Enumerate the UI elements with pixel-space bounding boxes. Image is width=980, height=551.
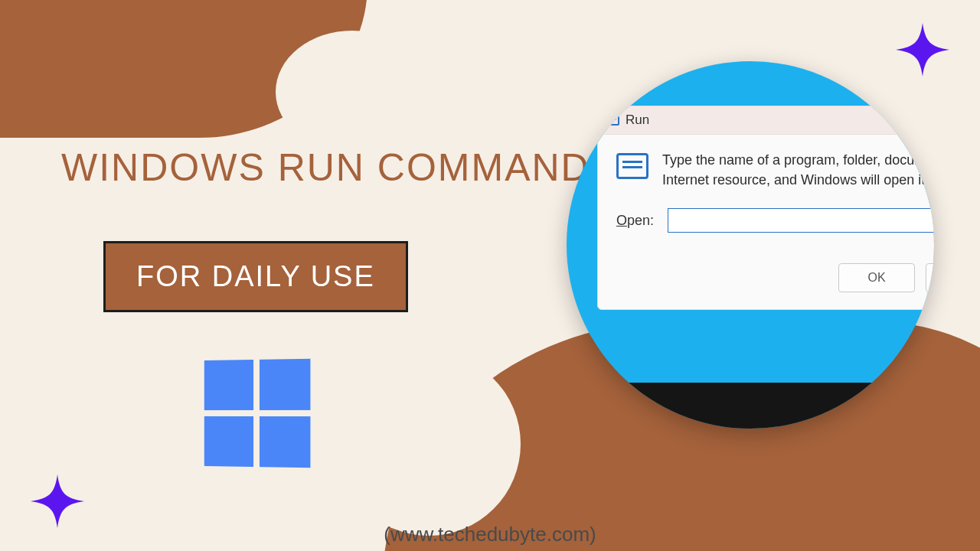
run-dialog-window: Run Type the name of a program, folder, …	[597, 106, 934, 310]
run-dialog-titlebar: Run	[598, 106, 934, 135]
cancel-button[interactable]: Cancel	[926, 263, 934, 292]
run-open-label: Open:	[616, 213, 654, 229]
sparkle-icon	[31, 474, 84, 528]
run-dialog-description: Type the name of a program, folder, docu…	[662, 150, 934, 190]
sparkle-icon	[896, 23, 949, 77]
run-open-input[interactable]	[668, 208, 934, 233]
ok-button[interactable]: OK	[838, 263, 915, 292]
subtitle-badge: FOR DAILY USE	[103, 241, 408, 312]
windows-logo-icon	[204, 359, 311, 468]
run-dialog-illustration: Run Type the name of a program, folder, …	[567, 61, 934, 429]
run-program-icon	[616, 153, 648, 179]
run-title-icon	[607, 115, 619, 126]
run-dialog-title: Run	[626, 112, 649, 128]
page-title: WINDOWS RUN COMMANDS	[61, 145, 617, 190]
footer-url: (www.techedubyte.com)	[0, 523, 980, 546]
subtitle-text: FOR DAILY USE	[136, 260, 375, 292]
brown-blob-top-left	[0, 0, 368, 138]
